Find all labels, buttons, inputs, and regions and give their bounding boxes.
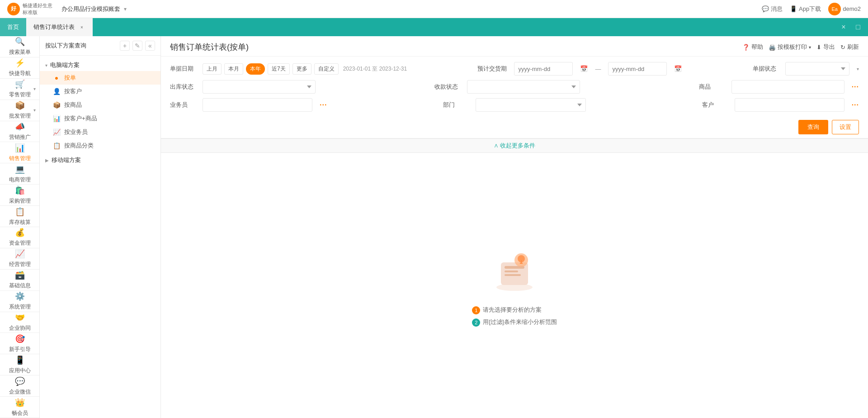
sidebar-item-inventory[interactable]: 📋 库存核算 <box>0 206 39 227</box>
left-panel-actions: + ✎ « <box>120 41 155 51</box>
tab-minimize-button[interactable]: × <box>837 21 850 33</box>
top-bar-left: 好 畅捷通好生意 标准版 办公用品行业模拟账套 ▾ <box>7 2 127 15</box>
by-customer-icon: 👤 <box>52 87 61 95</box>
pc-section-label: 电脑端方案 <box>50 61 80 69</box>
empty-tips: 1 请先选择要分析的方案 2 用[过滤]条件来缩小分析范围 <box>472 306 557 327</box>
date-range-text: 2023-01-01 至 2023-12-31 <box>343 65 407 73</box>
doc-status-select[interactable] <box>785 62 849 76</box>
sidebar-item-ecommerce[interactable]: 💻 电商管理 <box>0 163 39 185</box>
print-button[interactable]: 🖨️ 按模板打印 ▾ <box>769 43 811 51</box>
tree-item-by-customer-goods[interactable]: 📊 按客户+商品 <box>40 112 160 125</box>
tab-sales-order-stats[interactable]: 销售订单统计表 × <box>26 18 93 36</box>
expected-delivery-end-input[interactable] <box>608 62 667 76</box>
content-area: 按以下方案查询 + ✎ « ▾ 电脑端方案 ● 按单 👤 按客户 <box>40 36 868 418</box>
system-icon: ⚙️ <box>15 291 25 301</box>
last7days-btn[interactable]: 近7天 <box>268 63 290 75</box>
tree-item-by-salesperson[interactable]: 📈 按业务员 <box>40 125 160 139</box>
payment-status-label: 收款状态 <box>434 83 460 91</box>
page-header-actions: ❓ 帮助 🖨️ 按模板打印 ▾ ⬇ 导出 ↻ 刷新 <box>742 43 859 51</box>
customer-label: 客户 <box>702 101 727 109</box>
left-panel-collapse-button[interactable]: « <box>145 41 155 51</box>
purchase-icon: 🛍️ <box>15 185 25 195</box>
refresh-icon: ↻ <box>840 44 845 51</box>
more-date-btn[interactable]: 更多 <box>292 63 311 75</box>
operation-icon: 📈 <box>15 249 25 259</box>
finance-icon: 💰 <box>15 228 25 238</box>
by-customer-goods-icon: 📊 <box>52 114 61 123</box>
custom-date-btn[interactable]: 自定义 <box>314 63 339 75</box>
tab-home[interactable]: 首页 <box>0 18 26 36</box>
app-download-button[interactable]: 📱 App下载 <box>790 5 821 13</box>
tree-item-by-customer[interactable]: 👤 按客户 <box>40 85 160 98</box>
sidebar-item-operation[interactable]: 📈 经营管理 <box>0 248 39 270</box>
sidebar-item-wholesale[interactable]: 📦 批发管理 <box>0 100 39 121</box>
retail-icon: 🛒 <box>15 79 25 89</box>
date-filter-group: 上月 本月 本年 近7天 更多 自定义 2023-01-01 至 2023-12… <box>203 63 407 75</box>
user-avatar: Ea <box>828 3 841 15</box>
user-area[interactable]: Ea demo2 <box>828 3 861 15</box>
settings-button[interactable]: 设置 <box>832 120 859 134</box>
help-button[interactable]: ❓ 帮助 <box>742 43 763 51</box>
left-panel-add-button[interactable]: + <box>120 41 130 51</box>
mobile-section-arrow: ▶ <box>45 158 49 163</box>
sidebar-item-basic[interactable]: 🗃️ 基础信息 <box>0 270 39 291</box>
tab-close-button[interactable]: × <box>78 24 85 31</box>
sidebar-item-quicknav[interactable]: ⚡ 快捷导航 <box>0 57 39 79</box>
sidebar-item-finance[interactable]: 💰 资金管理 <box>0 227 39 248</box>
expected-delivery-start-input[interactable] <box>514 62 573 76</box>
sidebar-item-marketing[interactable]: 📣 营销推广 <box>0 121 39 142</box>
export-icon: ⬇ <box>816 44 821 51</box>
refresh-button[interactable]: ↻ 刷新 <box>840 43 859 51</box>
mobile-section-title[interactable]: ▶ 移动端方案 <box>40 154 160 166</box>
sidebar-item-appcenter[interactable]: 📱 应用中心 <box>0 354 39 375</box>
payment-status-select[interactable] <box>467 80 580 94</box>
tab-maximize-button[interactable]: □ <box>852 21 864 33</box>
sales-icon: 📊 <box>15 143 25 153</box>
message-button[interactable]: 💬 消息 <box>762 5 783 13</box>
salesperson-input[interactable] <box>203 98 312 112</box>
calendar-end-icon[interactable]: 📅 <box>674 65 682 72</box>
salesperson-label: 业务员 <box>170 101 195 109</box>
wholesale-icon: 📦 <box>15 100 25 110</box>
sidebar-item-enterprise[interactable]: 🤝 企业协同 <box>0 312 39 333</box>
pc-section-title[interactable]: ▾ 电脑端方案 <box>40 59 160 71</box>
query-button[interactable]: 查询 <box>798 120 828 134</box>
sidebar-item-member[interactable]: 👑 畅会员 <box>0 397 39 418</box>
salesperson-ellipsis-btn[interactable]: ··· <box>320 101 327 109</box>
page-header: 销售订单统计表(按单) ❓ 帮助 🖨️ 按模板打印 ▾ ⬇ 导出 <box>161 36 868 57</box>
sidebar-item-newbie[interactable]: 🎯 新手引导 <box>0 333 39 354</box>
sidebar-item-retail[interactable]: 🛒 零售管理 <box>0 79 39 100</box>
wechat-icon: 💬 <box>15 376 25 386</box>
this-month-btn[interactable]: 本月 <box>224 63 243 75</box>
by-goods-icon: 📦 <box>52 101 61 109</box>
tree-item-by-category[interactable]: 📋 按商品分类 <box>40 139 160 152</box>
tree-item-by-order[interactable]: ● 按单 <box>40 71 160 85</box>
goods-ellipsis-btn[interactable]: ··· <box>852 83 859 91</box>
left-panel-edit-button[interactable]: ✎ <box>132 41 142 51</box>
by-order-icon: ● <box>52 74 61 82</box>
department-label: 部门 <box>443 101 468 109</box>
last-month-btn[interactable]: 上月 <box>203 63 222 75</box>
sidebar-item-wechat[interactable]: 💬 企业微信 <box>0 375 39 397</box>
export-button[interactable]: ⬇ 导出 <box>816 43 835 51</box>
goods-label: 商品 <box>699 83 724 91</box>
out-status-select[interactable] <box>203 80 316 94</box>
collapse-bar[interactable]: ∧ 收起更多条件 <box>161 138 868 153</box>
app-title-dropdown-icon[interactable]: ▾ <box>124 6 127 12</box>
by-category-icon: 📋 <box>52 142 61 150</box>
app-title: 办公用品行业模拟账套 <box>61 5 120 13</box>
left-panel-title: 按以下方案查询 <box>45 42 86 50</box>
calendar-start-icon[interactable]: 📅 <box>580 65 588 72</box>
goods-input[interactable] <box>731 80 844 94</box>
tree-item-by-goods[interactable]: 📦 按商品 <box>40 98 160 112</box>
this-year-btn[interactable]: 本年 <box>246 63 265 75</box>
pc-section-arrow: ▾ <box>45 63 47 68</box>
customer-input[interactable] <box>735 98 844 112</box>
date-separator: — <box>595 66 601 72</box>
sidebar-item-system[interactable]: ⚙️ 系统管理 <box>0 291 39 312</box>
sidebar-item-purchase[interactable]: 🛍️ 采购管理 <box>0 185 39 206</box>
customer-ellipsis-btn[interactable]: ··· <box>852 101 859 109</box>
department-select[interactable] <box>476 98 585 112</box>
sidebar-item-sales[interactable]: 📊 销售管理 <box>0 142 39 163</box>
sidebar-item-search[interactable]: 🔍 搜索菜单 <box>0 36 39 57</box>
